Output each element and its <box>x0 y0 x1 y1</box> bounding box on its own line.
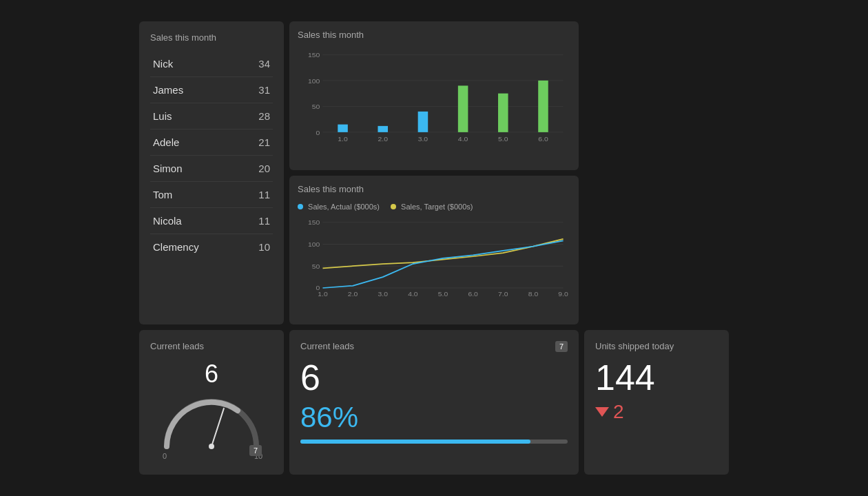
sales-table-row: Nicola11 <box>150 208 273 234</box>
svg-text:0: 0 <box>316 129 320 136</box>
sales-value: 11 <box>242 182 273 208</box>
svg-text:150: 150 <box>308 52 320 59</box>
svg-text:150: 150 <box>308 219 320 226</box>
svg-text:3.0: 3.0 <box>418 135 428 142</box>
svg-text:50: 50 <box>312 263 320 270</box>
svg-rect-8 <box>338 125 348 132</box>
sales-list-card: Sales this month Nick34James31Luis28Adel… <box>139 21 284 324</box>
empty-top-right <box>584 21 729 324</box>
svg-text:5.0: 5.0 <box>498 135 508 142</box>
svg-text:100: 100 <box>308 77 320 84</box>
sales-table-row: Adele21 <box>150 130 273 156</box>
svg-text:6.0: 6.0 <box>538 135 548 142</box>
units-arrow-down-icon <box>595 407 609 417</box>
units-change-value: 2 <box>613 401 624 423</box>
line-chart-svg: 0501001501.02.03.04.05.06.07.08.09.0 <box>298 216 570 306</box>
sales-value: 31 <box>242 77 273 103</box>
line-chart-legend: Sales, Actual ($000s) Sales, Target ($00… <box>298 203 570 211</box>
leads-badge: 7 <box>555 341 568 352</box>
sales-table-row: Simon20 <box>150 156 273 182</box>
line-chart-title: Sales this month <box>298 184 570 194</box>
units-title: Units shipped today <box>595 341 718 351</box>
progress-bar-fill <box>300 440 530 444</box>
sales-value: 20 <box>242 156 273 182</box>
leads-value: 6 <box>300 360 568 395</box>
svg-rect-18 <box>538 81 548 132</box>
sales-value: 21 <box>242 130 273 156</box>
bar-chart-card: Sales this month 0501001501.02.03.04.05.… <box>289 21 579 170</box>
bar-chart-title: Sales this month <box>298 30 570 40</box>
sales-value: 34 <box>242 51 273 77</box>
leads-card: Current leads 6 7 86% <box>289 330 579 475</box>
svg-text:2.0: 2.0 <box>348 291 358 298</box>
sales-value: 11 <box>242 208 273 234</box>
svg-rect-16 <box>498 94 508 132</box>
leads-percent: 86% <box>300 401 568 434</box>
units-card: Units shipped today 144 2 <box>584 330 729 475</box>
sales-name: James <box>150 77 242 103</box>
sales-name: Adele <box>150 130 242 156</box>
gauge-title: Current leads <box>150 341 273 351</box>
svg-rect-14 <box>458 85 468 132</box>
sales-name: Nicola <box>150 208 242 234</box>
sales-name: Luis <box>150 103 242 130</box>
sales-table-row: Nick34 <box>150 51 273 77</box>
bar-chart-svg: 0501001501.02.03.04.05.06.0 <box>298 48 570 152</box>
gauge-svg: 0 10 <box>156 391 267 453</box>
sales-table-row: James31 <box>150 77 273 103</box>
progress-bar-bg <box>300 440 568 444</box>
svg-text:7.0: 7.0 <box>498 291 508 298</box>
svg-text:2.0: 2.0 <box>378 135 389 142</box>
charts-area: Sales this month 0501001501.02.03.04.05.… <box>289 21 579 324</box>
svg-text:100: 100 <box>308 241 320 248</box>
svg-text:1.0: 1.0 <box>338 135 348 142</box>
legend-actual: Sales, Actual ($000s) <box>298 203 380 211</box>
sales-name: Simon <box>150 156 242 182</box>
sales-table: Nick34James31Luis28Adele21Simon20Tom11Ni… <box>150 51 273 260</box>
sales-name: Nick <box>150 51 242 77</box>
sales-value: 28 <box>242 103 273 130</box>
units-change: 2 <box>595 401 718 423</box>
leads-title: Current leads <box>300 341 568 351</box>
svg-text:1.0: 1.0 <box>318 291 327 298</box>
gauge-badge: 7 <box>249 445 262 456</box>
bar-chart-container: 0501001501.02.03.04.05.06.0 <box>298 48 570 152</box>
legend-target: Sales, Target ($000s) <box>391 203 473 211</box>
svg-text:50: 50 <box>312 103 320 110</box>
svg-text:0: 0 <box>163 452 167 460</box>
sales-value: 10 <box>242 234 273 260</box>
svg-text:3.0: 3.0 <box>378 291 388 298</box>
svg-text:5.0: 5.0 <box>438 291 448 298</box>
gauge-card: Current leads 6 0 10 7 <box>139 330 284 475</box>
sales-name: Tom <box>150 182 242 208</box>
units-value: 144 <box>595 360 718 395</box>
svg-text:8.0: 8.0 <box>528 291 538 298</box>
gauge-value: 6 <box>205 360 218 389</box>
svg-point-38 <box>209 444 214 449</box>
line-chart-container: 0501001501.02.03.04.05.06.07.08.09.0 <box>298 216 570 306</box>
svg-rect-12 <box>418 112 428 132</box>
sales-name: Clemency <box>150 234 242 260</box>
svg-text:9.0: 9.0 <box>558 291 568 298</box>
line-chart-card: Sales this month Sales, Actual ($000s) S… <box>289 176 579 324</box>
sales-table-row: Clemency10 <box>150 234 273 260</box>
dashboard: Sales this month Nick34James31Luis28Adel… <box>125 8 743 488</box>
svg-text:4.0: 4.0 <box>458 135 468 142</box>
svg-text:6.0: 6.0 <box>468 291 477 298</box>
sales-list-title: Sales this month <box>150 32 273 43</box>
svg-line-37 <box>211 409 224 446</box>
sales-table-row: Tom11 <box>150 182 273 208</box>
gauge-container: 6 0 10 7 <box>150 360 273 453</box>
svg-text:4.0: 4.0 <box>408 291 417 298</box>
svg-rect-10 <box>378 126 388 132</box>
sales-table-row: Luis28 <box>150 103 273 130</box>
